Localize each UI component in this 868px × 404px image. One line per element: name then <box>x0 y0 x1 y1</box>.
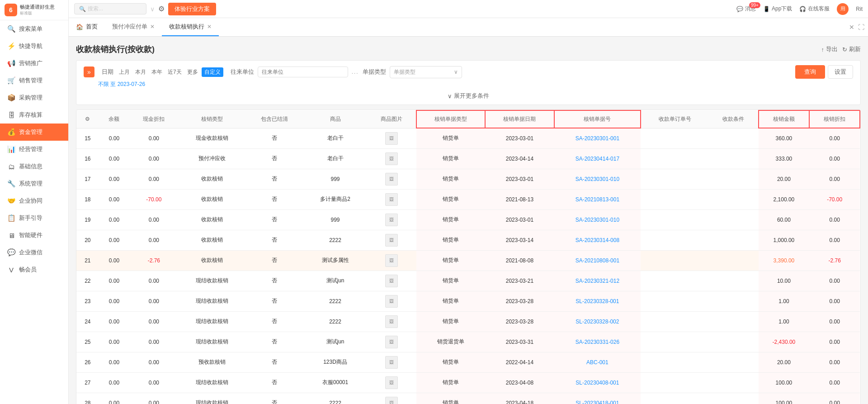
cell-bill-no[interactable]: SL-20230328-001 <box>554 291 641 311</box>
tab-writeoff[interactable]: 收款核销执行 ✕ <box>162 18 219 36</box>
this-year-btn[interactable]: 本年 <box>150 67 164 77</box>
more-btn[interactable]: 更多 <box>185 67 200 77</box>
finance-icon: 💰 <box>7 128 15 136</box>
cell-cash-discount: 0.00 <box>129 352 178 372</box>
col-cash-discount: 现金折扣 <box>129 110 178 128</box>
maximize-icon[interactable]: ⛶ <box>858 24 864 31</box>
tab-home[interactable]: 🏠 首页 <box>69 18 105 36</box>
sidebar-item-enterprise[interactable]: 🤝企业协同 <box>0 192 68 209</box>
goods-image: 🖼 <box>385 193 398 206</box>
sidebar-item-sales[interactable]: 🛒销售管理 <box>0 72 68 89</box>
message-icon: 💬 <box>736 6 743 12</box>
col-balance: 余额 <box>99 110 130 128</box>
this-month-btn[interactable]: 本月 <box>133 67 148 77</box>
cell-bill-no[interactable]: SA-20210808-001 <box>554 250 641 271</box>
goods-image: 🖼 <box>385 152 398 165</box>
sidebar-item-finance[interactable]: 💰资金管理 <box>0 124 68 141</box>
partner-input[interactable] <box>258 67 348 77</box>
goods-image: 🖼 <box>385 234 398 247</box>
close-prepay-icon[interactable]: ✕ <box>150 24 155 30</box>
col-receipt-condition: 收款条件 <box>709 110 759 128</box>
refresh-button[interactable]: ↻ 刷新 <box>842 45 861 53</box>
sidebar-label-smart: 智能硬件 <box>19 231 42 239</box>
app-logo: 6 畅捷通谱好生意 标准版 <box>0 0 68 20</box>
table-header-row: ⚙ 余额 现金折扣 核销类型 包含已结清 商品 商品图片 核销单据类型 核销单据… <box>76 110 860 128</box>
cell-included-clear: 否 <box>245 271 303 291</box>
sidebar-item-quick-nav[interactable]: ⚡快捷导航 <box>0 38 68 55</box>
sidebar-item-wechat[interactable]: 💬企业微信 <box>0 244 68 261</box>
query-button[interactable]: 查询 <box>795 65 825 79</box>
cell-bill-no[interactable]: SA-20230321-012 <box>554 271 641 291</box>
settings-button[interactable]: 设置 <box>828 65 853 79</box>
cell-bill-no[interactable]: SA-20230331-026 <box>554 332 641 352</box>
cell-receipt-order <box>641 189 708 209</box>
cell-goods-img: 🖼 <box>367 291 416 311</box>
topbar-search[interactable]: 🔍 搜索... <box>74 3 146 14</box>
table-row: 18 0.00 -70.00 收款核销 否 多计量商品2 🖼 销货单 2021-… <box>76 189 860 209</box>
cell-included-clear: 否 <box>245 332 303 352</box>
cell-receipt-condition <box>709 372 759 393</box>
last-month-btn[interactable]: 上月 <box>117 67 132 77</box>
cell-receipt-order <box>641 128 708 148</box>
tab-prepay[interactable]: 预付冲应付单 ✕ <box>105 18 162 36</box>
cell-index: 25 <box>76 332 99 352</box>
cell-bill-no[interactable]: ABC-001 <box>554 352 641 372</box>
tabs-right-actions: ✕ ⛶ <box>849 24 868 31</box>
notification-item[interactable]: 💬 消息 99+ <box>736 5 756 13</box>
sidebar-item-marketing[interactable]: 📢营销推广 <box>0 55 68 72</box>
cell-bill-no[interactable]: SA-20210813-001 <box>554 189 641 209</box>
table-row: 25 0.00 0.00 现结收款核销 否 测试jun 🖼 销货退货单 2023… <box>76 332 860 352</box>
close-writeoff-icon[interactable]: ✕ <box>207 24 212 30</box>
expand-conditions-button[interactable]: ∨ 展开更多条件 <box>84 92 853 100</box>
cell-bill-date: 2021-08-08 <box>485 250 554 271</box>
solution-button[interactable]: 体验行业方案 <box>168 3 216 15</box>
online-service-item[interactable]: 🎧 在线客服 <box>799 5 830 13</box>
user-avatar[interactable]: 用 <box>837 3 849 15</box>
cell-balance: 0.00 <box>99 169 130 189</box>
cell-balance: 0.00 <box>99 311 130 332</box>
col-settings[interactable]: ⚙ <box>76 110 99 128</box>
goods-image: 🖼 <box>385 275 398 287</box>
sidebar-item-member[interactable]: V畅会员 <box>0 261 68 278</box>
sidebar-item-guide[interactable]: 📋新手引导 <box>0 209 68 227</box>
cell-goods-img: 🖼 <box>367 148 416 169</box>
cell-bill-no[interactable]: SA-20230314-008 <box>554 230 641 250</box>
export-button[interactable]: ↑ 导出 <box>821 45 838 53</box>
cell-bill-no[interactable]: SL-20230418-001 <box>554 393 641 404</box>
page-actions: ↑ 导出 ↻ 刷新 <box>821 45 861 53</box>
filter-expand-button[interactable]: » <box>84 67 94 77</box>
sidebar-item-system[interactable]: 🔧系统管理 <box>0 175 68 192</box>
sidebar-item-operation[interactable]: 📊经营管理 <box>0 141 68 158</box>
cell-bill-no[interactable]: SA-20230301-010 <box>554 209 641 230</box>
sidebar-item-basic[interactable]: 🗂基础信息 <box>0 158 68 175</box>
sidebar-item-smart[interactable]: 🖥智能硬件 <box>0 227 68 244</box>
page-header: 收款核销执行(按收款) ↑ 导出 ↻ 刷新 <box>76 44 861 55</box>
smart-icon: 🖥 <box>7 231 15 239</box>
close-all-icon[interactable]: ✕ <box>849 24 854 31</box>
cell-writeoff-amount: -2,430.00 <box>759 332 810 352</box>
cell-balance: 0.00 <box>99 189 130 209</box>
cell-index: 27 <box>76 372 99 393</box>
bill-type-select[interactable]: 单据类型 ∨ <box>390 66 462 78</box>
sidebar-item-inventory[interactable]: 🗄库存核算 <box>0 106 68 124</box>
cell-bill-no[interactable]: SL-20230408-001 <box>554 372 641 393</box>
custom-btn[interactable]: 自定义 <box>202 67 223 77</box>
sidebar-item-purchase[interactable]: 📦采购管理 <box>0 89 68 106</box>
cell-bill-no[interactable]: SA-20230301-001 <box>554 128 641 148</box>
cell-bill-no[interactable]: SA-20230414-017 <box>554 148 641 169</box>
app-download-item[interactable]: 📱 App下载 <box>763 5 792 13</box>
filter-buttons: 查询 设置 <box>795 65 853 79</box>
table-row: 21 0.00 -2.76 收款核销 否 测试多属性 🖼 销货单 2021-08… <box>76 250 860 271</box>
cell-bill-date: 2023-04-08 <box>485 372 554 393</box>
cell-receipt-order <box>641 352 708 372</box>
cell-bill-no[interactable]: SL-20230328-002 <box>554 311 641 332</box>
last-7-btn[interactable]: 近7天 <box>166 67 184 77</box>
cell-bill-no[interactable]: SA-20230301-010 <box>554 169 641 189</box>
export-icon: ↑ <box>821 46 825 53</box>
cell-goods-img: 🖼 <box>367 393 416 404</box>
cell-goods: 测试jun <box>304 271 367 291</box>
goods-image: 🖼 <box>385 173 398 185</box>
gear-icon[interactable]: ⚙ <box>158 5 165 13</box>
sidebar-item-search[interactable]: 🔍搜索菜单 <box>0 20 68 38</box>
cell-cash-discount: 0.00 <box>129 291 178 311</box>
